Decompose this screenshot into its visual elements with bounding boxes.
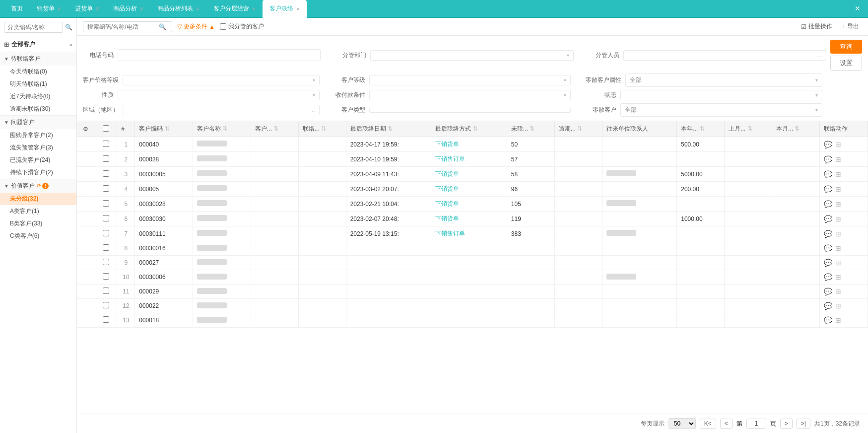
category-search-input[interactable] bbox=[4, 22, 63, 33]
sidebar-item-churn-warning[interactable]: 流失预警客户(3) bbox=[0, 142, 76, 154]
sidebar-item-churned[interactable]: 已流失客户(24) bbox=[0, 154, 76, 166]
col-method[interactable]: 最后联络方式 ⇅ bbox=[431, 121, 507, 137]
grid-action-icon[interactable]: ⊞ bbox=[835, 155, 841, 163]
close-icon[interactable]: × bbox=[296, 5, 300, 12]
tab-sales-order[interactable]: 销货单 × bbox=[30, 0, 68, 18]
row-checkbox[interactable] bbox=[103, 259, 109, 265]
method-link[interactable]: 下销货单 bbox=[435, 141, 459, 147]
row-checkbox[interactable] bbox=[103, 141, 109, 147]
sidebar-item-unclassified[interactable]: 未分组(32) bbox=[0, 193, 76, 205]
page-number-input[interactable] bbox=[746, 419, 766, 429]
col-c2[interactable]: 联络... ⇅ bbox=[298, 121, 346, 137]
my-customers-check[interactable] bbox=[220, 23, 226, 30]
retail-attr-select[interactable]: 全部▾ bbox=[625, 73, 822, 87]
close-icon[interactable]: × bbox=[96, 5, 99, 12]
row-checkbox[interactable] bbox=[103, 155, 109, 162]
chat-icon[interactable]: 💬 bbox=[824, 230, 832, 238]
search-icon[interactable]: 🔍 bbox=[65, 24, 72, 31]
sidebar-item-7days-contact[interactable]: 近7天待联络(0) bbox=[0, 90, 76, 103]
chat-icon[interactable]: 💬 bbox=[824, 302, 832, 310]
sidebar-item-overdue-contact[interactable]: 逾期未联络(30) bbox=[0, 103, 76, 115]
status-select[interactable]: ▾ bbox=[620, 90, 822, 100]
method-link[interactable]: 下销货单 bbox=[435, 170, 459, 177]
query-button[interactable]: 查询 bbox=[830, 40, 862, 54]
collapse-icon[interactable]: « bbox=[69, 42, 72, 48]
chat-icon[interactable]: 💬 bbox=[824, 288, 832, 295]
retail-select[interactable]: 全部▾ bbox=[620, 103, 822, 117]
search-input[interactable] bbox=[87, 23, 157, 30]
customer-level-select[interactable]: ▾ bbox=[369, 75, 571, 85]
select-all-checkbox[interactable] bbox=[95, 121, 117, 137]
close-icon[interactable]: × bbox=[140, 5, 143, 12]
batch-ops-button[interactable]: ☑ 批量操作 bbox=[798, 21, 835, 32]
sidebar-item-hoarding-abnormal[interactable]: 囤购异常客户(2) bbox=[0, 129, 76, 142]
tab-customer-contact[interactable]: 客户联络 × bbox=[263, 0, 307, 18]
tab-purchase-order[interactable]: 进货单 × bbox=[68, 0, 106, 18]
export-button[interactable]: ↑ 导出 bbox=[839, 21, 862, 32]
grid-action-icon[interactable]: ⊞ bbox=[835, 185, 841, 193]
grid-action-icon[interactable]: ⊞ bbox=[835, 316, 841, 324]
col-no-contact[interactable]: 未联... ⇅ bbox=[507, 121, 554, 137]
method-link[interactable]: 下销售订单 bbox=[435, 155, 465, 162]
col-name[interactable]: 客户名称 ⇅ bbox=[193, 121, 251, 137]
customer-type-select[interactable] bbox=[369, 108, 571, 113]
grid-action-icon[interactable]: ⊞ bbox=[835, 141, 841, 148]
chat-icon[interactable]: 💬 bbox=[824, 155, 832, 163]
group-value-customers-header[interactable]: ▼ 价值客户 ⟳ ! bbox=[0, 179, 76, 193]
col-last-month[interactable]: 上月... ⇅ bbox=[725, 121, 772, 137]
phone-input[interactable] bbox=[118, 49, 321, 61]
row-checkbox[interactable] bbox=[103, 288, 109, 294]
sidebar-item-class-c[interactable]: C类客户(6) bbox=[0, 230, 76, 242]
row-checkbox[interactable] bbox=[103, 215, 109, 221]
all-customers-header[interactable]: ⊞ 全部客户 « bbox=[0, 36, 76, 52]
row-checkbox[interactable] bbox=[103, 185, 109, 192]
row-checkbox[interactable] bbox=[103, 302, 109, 308]
last-page-button[interactable]: >| bbox=[797, 419, 810, 429]
sidebar-item-declining[interactable]: 持续下滑客户(2) bbox=[0, 166, 76, 179]
row-checkbox[interactable] bbox=[103, 244, 109, 251]
tab-product-analysis-list[interactable]: 商品分析列表 × bbox=[150, 0, 206, 18]
page-size-select[interactable]: 50 100 200 bbox=[668, 418, 696, 429]
row-checkbox[interactable] bbox=[103, 273, 109, 280]
sidebar-item-today-contact[interactable]: 今天待联络(0) bbox=[0, 66, 76, 78]
col-c1[interactable]: 客户... ⇅ bbox=[251, 121, 298, 137]
person-select[interactable]: … bbox=[623, 50, 826, 61]
grid-action-icon[interactable]: ⊞ bbox=[835, 215, 841, 223]
payment-select[interactable]: ▾ bbox=[369, 90, 571, 100]
chat-icon[interactable]: 💬 bbox=[824, 170, 832, 178]
price-level-select[interactable]: ▾ bbox=[123, 75, 320, 85]
tab-product-analysis[interactable]: 商品分析 × bbox=[106, 0, 150, 18]
prev-page-button[interactable]: < bbox=[720, 419, 733, 429]
col-overdue[interactable]: 逾期... ⇅ bbox=[554, 121, 602, 137]
chat-icon[interactable]: 💬 bbox=[824, 316, 832, 324]
row-checkbox[interactable] bbox=[103, 170, 109, 177]
grid-action-icon[interactable]: ⊞ bbox=[835, 273, 841, 281]
grid-action-icon[interactable]: ⊞ bbox=[835, 259, 841, 267]
grid-action-icon[interactable]: ⊞ bbox=[835, 230, 841, 238]
search-icon[interactable]: 🔍 bbox=[159, 23, 166, 30]
my-customers-checkbox[interactable]: 我分管的客户 bbox=[220, 22, 264, 31]
chat-icon[interactable]: 💬 bbox=[824, 259, 832, 267]
col-this-year[interactable]: 本年... ⇅ bbox=[677, 121, 725, 137]
col-date[interactable]: 最后联络日期 ⇅ bbox=[346, 121, 431, 137]
close-all-button[interactable]: × bbox=[851, 3, 864, 14]
col-this-month[interactable]: 本月... ⇅ bbox=[772, 121, 820, 137]
chat-icon[interactable]: 💬 bbox=[824, 200, 832, 208]
tab-customer-segment[interactable]: 客户分层经营 × bbox=[206, 0, 263, 18]
group-problem-customers-header[interactable]: ▼ 问题客户 bbox=[0, 115, 76, 129]
tab-home[interactable]: 首页 bbox=[4, 0, 30, 18]
grid-action-icon[interactable]: ⊞ bbox=[835, 170, 841, 178]
reset-button[interactable]: 设置 bbox=[830, 56, 862, 71]
method-link[interactable]: 下销货单 bbox=[435, 200, 459, 207]
chat-icon[interactable]: 💬 bbox=[824, 244, 832, 252]
select-all-check[interactable] bbox=[103, 125, 109, 132]
method-link[interactable]: 下销售订单 bbox=[435, 230, 465, 237]
method-link[interactable]: 下销货单 bbox=[435, 185, 459, 192]
more-conditions-button[interactable]: ▽ 更多条件 ▲ bbox=[177, 22, 215, 31]
next-page-button[interactable]: > bbox=[780, 419, 793, 429]
settings-icon[interactable]: ⚙ bbox=[77, 121, 95, 137]
close-icon[interactable]: × bbox=[252, 5, 256, 12]
grid-action-icon[interactable]: ⊞ bbox=[835, 244, 841, 252]
row-checkbox[interactable] bbox=[103, 200, 109, 207]
col-contact-person[interactable]: 往来单位联系人 bbox=[602, 121, 677, 137]
